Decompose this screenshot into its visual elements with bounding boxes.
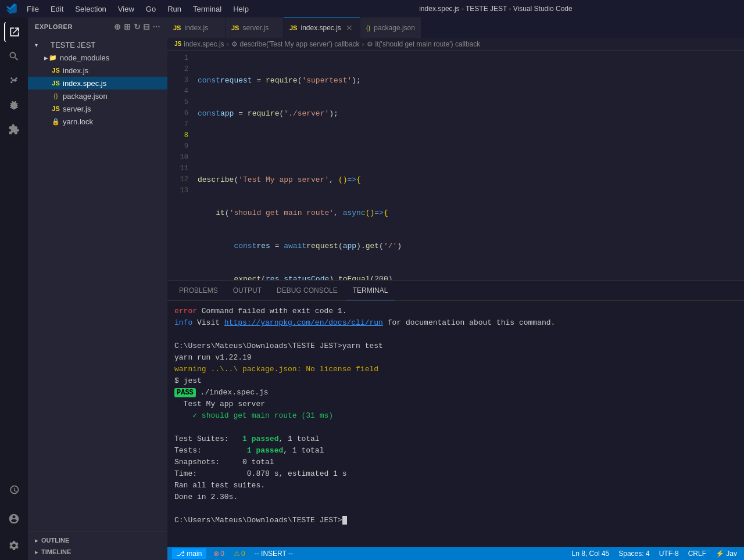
chevron-right-icon: ▸ bbox=[35, 549, 38, 555]
sidebar-header: EXPLORER ⊕ ⊞ ↻ ⊟ ··· bbox=[28, 17, 167, 36]
term-line-pass: PASS ./index.spec.js bbox=[174, 387, 737, 399]
terminal-panel: PROBLEMS OUTPUT DEBUG CONSOLE TERMINAL e… bbox=[167, 280, 744, 547]
tab-problems[interactable]: PROBLEMS bbox=[172, 281, 225, 300]
breadcrumb-path2[interactable]: it('should get main route') callback bbox=[375, 40, 481, 48]
menu-run[interactable]: Run bbox=[163, 3, 186, 15]
activity-debug[interactable] bbox=[4, 95, 24, 115]
tree-node-modules[interactable]: ▸ 📁 node_modules bbox=[28, 51, 167, 64]
term-line-yarn-run: yarn run v1.22.19 bbox=[174, 352, 737, 364]
term-line-prompt1: C:\Users\Mateus\Downloads\TESTE JEST>yar… bbox=[174, 340, 737, 352]
code-line-6: const res = await request(app).get('/') bbox=[198, 240, 739, 252]
project-name: TESTE JEST bbox=[51, 41, 95, 49]
breadcrumb: JS index.spec.js › ⚙ describe('Test My a… bbox=[167, 38, 744, 51]
sidebar-header-actions: ⊕ ⊞ ↻ ⊟ ··· bbox=[114, 22, 160, 31]
git-icon: ⎇ bbox=[177, 550, 185, 558]
menu-terminal[interactable]: Terminal bbox=[188, 3, 226, 15]
term-line-suites: Test Suites: 1 passed, 1 total bbox=[174, 433, 737, 445]
warning-count[interactable]: ⚠ 0 bbox=[231, 550, 248, 558]
error-icon: ⊗ bbox=[213, 550, 219, 558]
indentation[interactable]: Spaces: 4 bbox=[616, 550, 652, 558]
menu-selection[interactable]: Selection bbox=[70, 3, 110, 15]
menu-help[interactable]: Help bbox=[228, 3, 253, 15]
tree-project-root[interactable]: ▾ TESTE JEST bbox=[28, 38, 167, 51]
term-line-warning: warning ..\..\ package.json: No license … bbox=[174, 364, 737, 375]
outline-section[interactable]: ▸ OUTLINE bbox=[28, 534, 167, 546]
collapse-icon[interactable]: ⊟ bbox=[143, 22, 151, 31]
status-left: ⎇ main ⊗ 0 ⚠ 0 -- INSERT -- bbox=[172, 548, 295, 559]
js-file-icon: JS bbox=[51, 78, 60, 88]
warning-icon: ⚠ bbox=[234, 550, 240, 558]
activity-settings[interactable] bbox=[4, 536, 24, 555]
error-count[interactable]: ⊗ 0 bbox=[211, 550, 227, 558]
ellipsis-icon[interactable]: ··· bbox=[153, 22, 160, 31]
tree-server-js[interactable]: JS server.js bbox=[28, 102, 167, 115]
tab-server-js[interactable]: JS server.js bbox=[226, 17, 284, 38]
activity-search[interactable] bbox=[4, 46, 24, 66]
json-file-icon: {} bbox=[51, 91, 60, 100]
tree-yarn-lock[interactable]: 🔒 yarn.lock bbox=[28, 115, 167, 128]
language-mode[interactable]: ⚡ Jav bbox=[713, 550, 739, 558]
titlebar: File Edit Selection View Go Run Terminal… bbox=[0, 0, 744, 17]
activity-source-control[interactable] bbox=[4, 71, 24, 91]
tree-package-json[interactable]: {} package.json bbox=[28, 89, 167, 102]
vscode-logo bbox=[6, 3, 17, 15]
term-line-time: Time: 0.878 s, estimated 1 s bbox=[174, 468, 737, 480]
term-line-error: error Command failed with exit code 1. bbox=[174, 306, 737, 317]
chevron-right-icon: ▸ bbox=[35, 537, 38, 544]
term-line-tests: Tests: 1 passed, 1 total bbox=[174, 445, 737, 457]
sidebar: EXPLORER ⊕ ⊞ ↻ ⊟ ··· ▾ TESTE JEST ▸ 📁 no… bbox=[28, 17, 167, 560]
tab-package-json[interactable]: {} package.json bbox=[360, 17, 421, 38]
js-icon: JS bbox=[173, 24, 181, 31]
tab-terminal[interactable]: TERMINAL bbox=[346, 281, 395, 300]
cursor-position[interactable]: Ln 8, Col 45 bbox=[570, 550, 612, 558]
new-folder-icon[interactable]: ⊞ bbox=[124, 22, 131, 31]
activity-account[interactable] bbox=[4, 509, 24, 529]
term-blank-3 bbox=[174, 503, 737, 515]
term-line-done: Done in 2.30s. bbox=[174, 491, 737, 503]
js-icon: JS bbox=[231, 24, 239, 31]
term-blank-1 bbox=[174, 329, 737, 340]
tab-debug-console[interactable]: DEBUG CONSOLE bbox=[270, 281, 345, 300]
line-endings[interactable]: CRLF bbox=[686, 550, 709, 558]
term-line-suite: Test My app server bbox=[174, 399, 737, 410]
activity-explorer[interactable] bbox=[4, 22, 24, 42]
panel-tab-bar: PROBLEMS OUTPUT DEBUG CONSOLE TERMINAL bbox=[167, 281, 744, 301]
chevron-down-icon: ▾ bbox=[35, 42, 38, 48]
code-lines[interactable]: const request = require('supertest'); co… bbox=[193, 51, 744, 280]
tree-index-spec-js[interactable]: JS index.spec.js bbox=[28, 77, 167, 89]
git-branch[interactable]: ⎇ main bbox=[172, 548, 206, 559]
code-line-5: it('should get main route', async () => … bbox=[198, 207, 739, 218]
term-line-jest: $ jest bbox=[174, 375, 737, 387]
breadcrumb-file[interactable]: index.spec.js bbox=[184, 40, 224, 48]
editor-area: JS index.js JS server.js JS index.spec.j… bbox=[167, 17, 744, 560]
code-editor[interactable]: 1 2 3 4 5 6 7 8 9 10 11 12 13 const requ… bbox=[167, 51, 744, 280]
terminal-output[interactable]: error Command failed with exit code 1. i… bbox=[167, 301, 744, 547]
code-line-3 bbox=[198, 141, 739, 152]
breadcrumb-path1[interactable]: describe('Test My app server') callback bbox=[240, 40, 360, 48]
tab-output[interactable]: OUTPUT bbox=[226, 281, 269, 300]
menu-edit[interactable]: Edit bbox=[46, 3, 68, 15]
refresh-icon[interactable]: ↻ bbox=[134, 22, 141, 31]
encoding[interactable]: UTF-8 bbox=[657, 550, 681, 558]
new-file-icon[interactable]: ⊕ bbox=[114, 22, 121, 31]
activity-extensions[interactable] bbox=[4, 120, 24, 139]
timeline-section[interactable]: ▸ TIMELINE bbox=[28, 546, 167, 558]
menu-bar: File Edit Selection View Go Run Terminal… bbox=[22, 3, 253, 15]
activity-bar bbox=[0, 17, 28, 560]
menu-view[interactable]: View bbox=[113, 3, 139, 15]
tab-index-js[interactable]: JS index.js bbox=[167, 17, 226, 38]
tab-close-button[interactable]: ✕ bbox=[345, 23, 354, 33]
tab-index-spec-js[interactable]: JS index.spec.js ✕ bbox=[284, 17, 360, 38]
menu-go[interactable]: Go bbox=[141, 3, 160, 15]
term-blank-2 bbox=[174, 422, 737, 433]
tree-index-js[interactable]: JS index.js bbox=[28, 64, 167, 77]
folder-icon: 📁 bbox=[48, 53, 58, 62]
term-line-info: info Visit https://yarnpkg.com/en/docs/c… bbox=[174, 317, 737, 329]
code-line-4: describe('Test My app server', () => { bbox=[198, 174, 739, 185]
breadcrumb-fn2-icon: ⚙ bbox=[367, 40, 373, 48]
code-line-2: const app = require('./server'); bbox=[198, 108, 739, 119]
menu-file[interactable]: File bbox=[22, 3, 44, 15]
term-line-prompt2: C:\Users\Mateus\Downloads\TESTE JEST> bbox=[174, 515, 737, 526]
tab-bar: JS index.js JS server.js JS index.spec.j… bbox=[167, 17, 744, 38]
activity-timeline[interactable] bbox=[4, 480, 24, 500]
